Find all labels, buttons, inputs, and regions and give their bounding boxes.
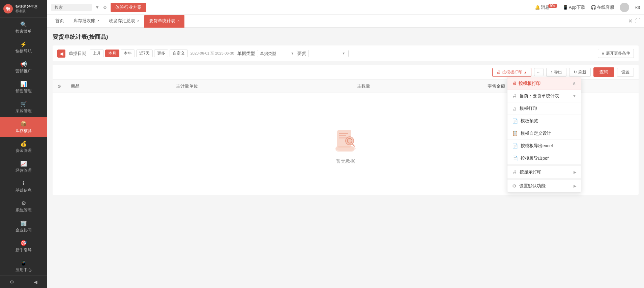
app-download-label: App下载	[569, 4, 585, 10]
sidebar-item-purchase[interactable]: 🛒 采购管理	[0, 97, 47, 117]
finance-icon: 💰	[20, 140, 27, 147]
date-btn-7days[interactable]: 近7天	[136, 50, 153, 57]
dropdown-item-set-default-label: 设置默认功能	[519, 183, 546, 189]
date-filter-label: 单据日期	[69, 51, 86, 57]
dropdown-item-template-custom[interactable]: 📋 模板自定义设计	[507, 127, 581, 140]
dropdown-item-template-preview[interactable]: 📄 模板预览	[507, 115, 581, 127]
dropdown-item-template-print[interactable]: 🖨 模板打印	[507, 102, 581, 115]
topbar-gear-icon[interactable]: ⚙	[103, 5, 107, 10]
date-btn-custom[interactable]: 自定义	[170, 50, 188, 57]
expand-more-label: 展开更多条件	[606, 51, 630, 56]
refresh-btn[interactable]: ↻ 刷新	[569, 68, 591, 77]
date-btn-last-month[interactable]: 上月	[90, 50, 104, 57]
dropdown-item-export-excel[interactable]: 📄 按模板导出excel	[507, 140, 581, 152]
dropdown-item-set-default[interactable]: ⚙ 设置默认功能 ▶	[507, 180, 581, 192]
tabbar: 首页 库存批次账 × 收发存汇总表 × 要货单统计表 × ✕ ⛶	[47, 15, 644, 28]
sidebar-item-search[interactable]: 🔍 搜索菜单	[0, 18, 47, 38]
more-btn[interactable]: ···	[534, 68, 544, 76]
export-icon: ↑	[551, 70, 553, 74]
sidebar-item-quick-nav[interactable]: ⚡ 快捷导航	[0, 38, 47, 58]
tab-order-stats[interactable]: 要货单统计表 ×	[144, 15, 184, 28]
topbar-dropdown-arrow[interactable]: ▼	[95, 5, 99, 10]
refresh-label: 刷新	[578, 69, 586, 75]
search-input[interactable]	[51, 4, 92, 11]
table-settings-icon[interactable]: ⚙	[57, 84, 61, 89]
sidebar-item-label: 搜索菜单	[16, 29, 32, 34]
goods-select[interactable]	[308, 50, 349, 57]
dropdown-item-export-pdf[interactable]: 📄 按模板导出pdf	[507, 152, 581, 165]
tab-home[interactable]: 首页	[51, 15, 69, 28]
filter-expand-btn[interactable]: ◀	[57, 50, 65, 58]
dropdown-item-export-pdf-label: 按模板导出pdf	[521, 155, 549, 161]
date-btn-this-month[interactable]: 本月	[105, 50, 119, 57]
settings-btn[interactable]: 设置	[617, 68, 634, 77]
dropdown-item-current[interactable]: 🖨 当前：要货单统计表 ▼	[507, 90, 581, 102]
app-download-icon: 📱	[563, 5, 568, 10]
dropdown-item-default-left: ⚙ 设置默认功能	[512, 183, 546, 189]
bell-icon: 🔔	[535, 5, 540, 10]
app-download-btn[interactable]: 📱 App下载	[563, 4, 585, 10]
sidebar-item-finance[interactable]: 💰 资金管理	[0, 137, 47, 157]
dropdown-item-display-arrow: ▶	[574, 170, 576, 174]
dropdown-item-default-arrow: ▶	[574, 184, 576, 188]
sidebar-item-inventory[interactable]: 📦 库存核算	[0, 117, 47, 137]
notifications-badge: 99+	[548, 4, 557, 8]
dropdown-item-pdf-left: 📄 按模板导出pdf	[512, 155, 549, 161]
dropdown-close-btn[interactable]: ∧	[572, 80, 576, 87]
export-btn[interactable]: ↑ 导出	[546, 68, 566, 77]
dropdown-header: 🖨 按模板打印 ∧	[507, 77, 581, 90]
marketing-icon: 📢	[20, 61, 27, 67]
tab-home-label: 首页	[55, 18, 64, 24]
sidebar-item-system[interactable]: ⚙ 系统管理	[0, 197, 47, 217]
sidebar-item-label: 经营管理	[16, 168, 32, 173]
column-gear[interactable]: ⚙	[53, 80, 66, 93]
sidebar-item-enterprise[interactable]: 🏢 企业协同	[0, 217, 47, 236]
tab-order-stats-label: 要货单统计表	[149, 18, 175, 24]
tab-close-window-btn[interactable]: ✕	[628, 18, 633, 24]
sidebar-collapse-btn[interactable]: ◀	[34, 279, 37, 285]
query-btn[interactable]: 查询	[593, 67, 614, 77]
sidebar-item-operations[interactable]: 📈 经营管理	[0, 157, 47, 177]
sidebar-item-marketing[interactable]: 📢 营销推广	[0, 58, 47, 77]
dropdown-item-preview-left: 📄 模板预览	[512, 118, 538, 124]
purchase-icon: 🛒	[20, 101, 27, 107]
sidebar-item-sales[interactable]: 📊 销售管理	[0, 77, 47, 97]
dropdown-item-display-print[interactable]: 🖨 按显示打印 ▶	[507, 166, 581, 179]
svg-rect-4	[339, 137, 347, 138]
dropdown-item-template-custom-label: 模板自定义设计	[521, 130, 551, 136]
sidebar-item-label: 资金管理	[16, 148, 32, 154]
date-btn-this-year[interactable]: 本年	[121, 50, 135, 57]
order-type-select[interactable]: 单据类型	[257, 50, 297, 57]
sidebar-item-guide[interactable]: 🎯 新手引导	[0, 236, 47, 256]
tab-close-icon[interactable]: ×	[137, 19, 140, 23]
app-center-icon: 📱	[20, 260, 27, 266]
filter-bar: ◀ 单据日期 上月 本月 本年 近7天 更多 自定义 2023-06-01 至 …	[53, 45, 639, 61]
dropdown-item-template-print-left: 🖨 模板打印	[512, 105, 537, 111]
sidebar-item-app-center[interactable]: 📱 应用中心	[0, 256, 47, 276]
experience-btn[interactable]: 体验行业方案	[111, 3, 146, 12]
column-qty: 主数量	[352, 80, 483, 93]
sidebar: 畅 畅捷通好生意 标准版 🔍 搜索菜单 ⚡ 快捷导航 📢 营销推广 📊 销售管理…	[0, 0, 47, 288]
order-type-label: 单据类型	[237, 51, 255, 57]
expand-more-btn[interactable]: ∨ 展开更多条件	[598, 49, 634, 58]
sidebar-settings-btn[interactable]: ⚙	[10, 279, 14, 285]
tab-batch-accounts[interactable]: 库存批次账 ×	[69, 15, 104, 28]
customer-service-label: 在线客服	[597, 4, 614, 10]
sidebar-bottom: ⚙ ◀	[0, 276, 47, 288]
customer-service-btn[interactable]: 🎧 在线客服	[591, 4, 614, 10]
user-avatar[interactable]	[620, 3, 629, 12]
tab-maximize-btn[interactable]: ⛶	[635, 18, 641, 24]
app-name: 畅捷通好生意	[16, 4, 38, 9]
empty-state-illustration	[329, 123, 362, 154]
sidebar-item-basic-info[interactable]: ℹ 基础信息	[0, 177, 47, 197]
notifications-btn[interactable]: 🔔 消息 99+	[535, 4, 557, 10]
tab-receipt-summary[interactable]: 收发存汇总表 ×	[104, 15, 144, 28]
date-btn-more[interactable]: 更多	[154, 50, 168, 57]
sidebar-item-label: 企业协同	[16, 227, 32, 233]
template-print-dropdown: 🖨 按模板打印 ∧ 🖨 当前：要货单统计表 ▼ 🖨 模板打印	[507, 77, 581, 193]
template-print-btn[interactable]: 🖨 按模板打印 ▲	[492, 68, 531, 77]
printer-icon: 🖨	[497, 70, 501, 74]
svg-rect-2	[339, 133, 348, 134]
goods-filter: 要货 ▼	[297, 50, 345, 57]
tab-active-close-icon[interactable]: ×	[177, 19, 180, 23]
